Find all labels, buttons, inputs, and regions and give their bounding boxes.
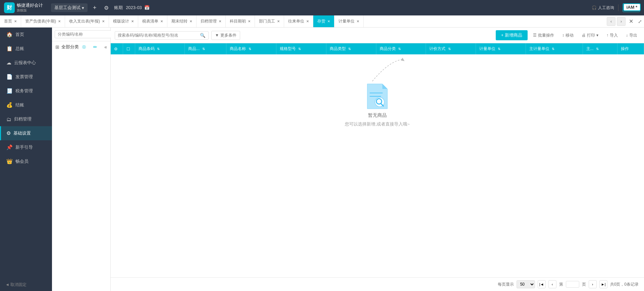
th-code[interactable]: 商品... ⇅ (185, 43, 226, 54)
tab-close-icon[interactable]: ✕ (277, 19, 280, 23)
tab-item-3[interactable]: 模版设计✕ (109, 15, 138, 28)
sidebar-item-结账[interactable]: 💰结账 (0, 98, 52, 112)
tab-next-button[interactable]: › (617, 17, 626, 26)
sidebar-item-首页[interactable]: 🏠首页 (0, 28, 52, 42)
tab-close-icon[interactable]: ✕ (219, 19, 221, 23)
tab-close-all-button[interactable]: ✕ (626, 18, 636, 25)
tab-item-4[interactable]: 税表清单✕ (138, 15, 167, 28)
product-table: ⚙ ☐ 商品条码 ⇅ 商品... ⇅ 商品名称 ⇅ 规格型号 ⇅ 商品类型 ⇅ … (111, 43, 644, 54)
th-action: 操作 (617, 43, 644, 54)
sidebar-item-总账[interactable]: 📋总账 (0, 42, 52, 56)
sidebar-item-基础设置[interactable]: ⚙基础设置 (0, 126, 52, 140)
category-count: ⓪ (82, 45, 86, 50)
tab-close-icon[interactable]: ✕ (58, 19, 61, 23)
tab-item-5[interactable]: 期末结转✕ (167, 15, 197, 28)
sidebar-label-5: 结账 (15, 102, 24, 108)
import-button[interactable]: ↑ 导入 (604, 31, 621, 40)
tab-item-2[interactable]: 收入支出表(年报)✕ (65, 15, 109, 28)
sidebar-icon-2: ☁ (6, 60, 11, 66)
th-settings[interactable]: ⚙ (111, 43, 123, 54)
th-unit[interactable]: 计量单位 ⇅ (476, 43, 526, 54)
th-spec[interactable]: 规格型号 ⇅ (276, 43, 326, 54)
tab-close-icon[interactable]: ✕ (14, 19, 17, 23)
tab-close-icon[interactable]: ✕ (357, 19, 359, 23)
customer-service-btn[interactable]: 🎧 人工咨询 (592, 5, 614, 11)
th-price-method[interactable]: 计价方式 ⇅ (426, 43, 476, 54)
company-selector[interactable]: 基层工会测试 ▾ (51, 3, 88, 12)
empty-subtitle: 您可以选择新增,或者直接导入哦~ (345, 121, 410, 127)
tab-item-1[interactable]: 资产负债表(中期)✕ (21, 15, 65, 28)
tab-close-icon[interactable]: ✕ (131, 19, 134, 23)
category-header: ⊞ 全部分类 ⓪ ✏ « (52, 41, 110, 53)
sidebar-item-云报表中心[interactable]: ☁云报表中心 (0, 56, 52, 70)
app-sub: 旗舰版 (17, 8, 43, 13)
tab-close-icon[interactable]: ✕ (327, 19, 330, 23)
tab-prev-button[interactable]: ‹ (607, 17, 615, 26)
category-collapse-button[interactable]: « (104, 44, 107, 50)
total-info: 共0页，0条记录 (610, 282, 639, 287)
sidebar-unpin-button[interactable]: ◄ 取消固定 (0, 279, 52, 291)
tab-close-icon[interactable]: ✕ (306, 19, 309, 23)
tab-close-icon[interactable]: ✕ (102, 19, 105, 23)
settings-header-button[interactable]: ⚙ (102, 4, 111, 12)
tab-item-6[interactable]: 归档管理✕ (197, 15, 226, 28)
product-search-input[interactable] (118, 33, 199, 38)
tab-close-icon[interactable]: ✕ (160, 19, 163, 23)
sidebar-label-8: 新手引导 (15, 144, 33, 150)
prev-page-button[interactable]: ‹ (548, 280, 556, 288)
tab-close-icon[interactable]: ✕ (190, 19, 192, 23)
company-name: 基层工会测试 (54, 5, 80, 11)
tab-item-11[interactable]: 计量单位✕ (334, 15, 364, 28)
th-barcode[interactable]: 商品条码 ⇅ (135, 43, 185, 54)
headset-icon: 🎧 (592, 5, 597, 10)
iam-badge: iAM * (623, 3, 641, 11)
next-page-button[interactable]: › (589, 280, 597, 288)
tab-item-7[interactable]: 科目期初✕ (226, 15, 255, 28)
logo-area: 财 畅捷通好会计 旗舰版 (4, 2, 48, 13)
calendar-icon[interactable]: 📅 (144, 5, 150, 10)
sidebar-item-发票管理[interactable]: 📄发票管理 (0, 70, 52, 84)
content-area: 🔍 ⊞ 全部分类 ⓪ ✏ « 🔍 (52, 28, 644, 291)
empty-state: 暂无商品 您可以选择新增,或者直接导入哦~ (111, 54, 644, 154)
th-main2[interactable]: 主... ⇅ (583, 43, 617, 54)
sidebar-label-3: 发票管理 (15, 74, 33, 80)
add-header-button[interactable]: + (91, 4, 99, 12)
batch-operation-button[interactable]: ☰ 批量操作 (530, 31, 557, 40)
category-edit-button[interactable]: ✏ (93, 44, 97, 50)
tab-item-10[interactable]: 存货✕ (313, 15, 334, 28)
page-input[interactable]: 1 (566, 281, 579, 288)
sidebar-item-新手引导[interactable]: 📌新手引导 (0, 140, 52, 154)
sidebar-item-税务管理[interactable]: 🧾税务管理 (0, 84, 52, 98)
tab-item-9[interactable]: 往来单位✕ (284, 15, 313, 28)
last-page-button[interactable]: ►| (599, 280, 607, 288)
tab-label: 首页 (4, 18, 12, 24)
sidebar: 🏠首页📋总账☁云报表中心📄发票管理🧾税务管理💰结账🗂归档管理⚙基础设置📌新手引导… (0, 28, 52, 291)
all-category-label[interactable]: 全部分类 (61, 44, 79, 50)
sidebar-item-畅会员[interactable]: 👑畅会员 (0, 154, 52, 168)
move-button[interactable]: ↕ 移动 (559, 31, 576, 40)
table-area: ⚙ ☐ 商品条码 ⇅ 商品... ⇅ 商品名称 ⇅ 规格型号 ⇅ 商品类型 ⇅ … (111, 43, 644, 277)
sidebar-item-归档管理[interactable]: 🗂归档管理 (0, 112, 52, 126)
tab-label: 税表清单 (142, 18, 158, 24)
tab-item-8[interactable]: 部门员工✕ (255, 15, 284, 28)
tab-expand-button[interactable]: ⤢ (636, 19, 644, 24)
tab-label: 模版设计 (113, 18, 129, 24)
category-search-input[interactable] (55, 30, 111, 38)
page-size-select[interactable]: 10 20 50 100 (517, 280, 535, 288)
export-button[interactable]: ↓ 导出 (623, 31, 640, 40)
th-main-unit[interactable]: 主计量单位 ⇅ (526, 43, 583, 54)
first-page-button[interactable]: |◄ (538, 280, 546, 288)
main-layout: 🏠首页📋总账☁云报表中心📄发票管理🧾税务管理💰结账🗂归档管理⚙基础设置📌新手引导… (0, 28, 644, 291)
th-category[interactable]: 商品分类 ⇅ (376, 43, 426, 54)
new-product-button[interactable]: + 新增商品 (496, 30, 528, 40)
th-name[interactable]: 商品名称 ⇅ (226, 43, 276, 54)
th-checkbox[interactable]: ☐ (123, 43, 135, 54)
tab-item-0[interactable]: 首页✕ (0, 15, 21, 28)
filter-button[interactable]: ▼ 更多条件 (211, 31, 240, 40)
tab-label: 往来单位 (288, 18, 304, 24)
print-button[interactable]: 🖨 打印 ▾ (579, 31, 601, 40)
tab-close-icon[interactable]: ✕ (248, 19, 251, 23)
th-type[interactable]: 商品类型 ⇅ (326, 43, 376, 54)
product-search-button[interactable]: 🔍 (200, 33, 206, 38)
tab-label: 资产负债表(中期) (25, 18, 56, 24)
